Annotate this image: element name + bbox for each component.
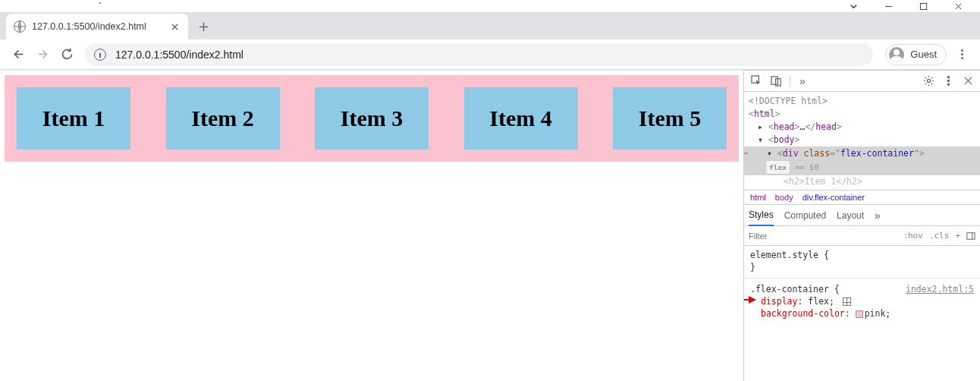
flex-badge[interactable]: flex <box>765 160 790 175</box>
svg-marker-22 <box>749 296 756 304</box>
svg-rect-1 <box>920 3 926 9</box>
tab-close-button[interactable] <box>168 20 181 33</box>
flex-item: Item 4 <box>464 87 578 150</box>
crumb[interactable]: html <box>750 193 766 202</box>
tab-layout[interactable]: Layout <box>837 210 864 221</box>
crumb[interactable]: body <box>775 193 793 202</box>
styles-pane[interactable]: element.style { } index2.html:5 .flex-co… <box>744 246 980 323</box>
dom-body[interactable]: ▾ <body> <box>749 134 980 146</box>
dom-tree[interactable]: <!DOCTYPE html> <html> ▸ <head>…</head> … <box>744 92 980 190</box>
dom-head[interactable]: ▸ <head>…</head> <box>749 121 980 134</box>
kebab-dot <box>961 49 963 52</box>
arrow-right-icon <box>36 48 49 61</box>
rule-source-link[interactable]: index2.html:5 <box>906 283 974 295</box>
site-info-icon[interactable] <box>94 49 106 61</box>
prop-background[interactable]: background-color: pink; <box>750 307 974 320</box>
flex-item: Item 1 <box>17 87 130 150</box>
browser-toolbar: 127.0.0.1:5500/index2.html Guest <box>0 39 980 70</box>
svg-point-15 <box>947 80 949 81</box>
svg-point-14 <box>947 77 949 78</box>
reload-icon <box>61 48 74 61</box>
window-titlebar <box>0 0 980 12</box>
dom-doctype[interactable]: <!DOCTYPE html> <box>749 95 980 108</box>
window-close-button[interactable] <box>941 0 975 12</box>
svg-rect-11 <box>771 77 777 84</box>
devtools-more-tabs[interactable]: » <box>795 75 810 87</box>
sidebar-toggle-icon[interactable] <box>966 231 975 241</box>
styles-subtabs: Styles Computed Layout » <box>744 205 980 226</box>
forward-button[interactable] <box>30 43 55 67</box>
flex-item: Item 2 <box>166 87 280 150</box>
minimize-icon <box>884 2 893 11</box>
workspace: Item 1 Item 2 Item 3 Item 4 Item 5 » <box>0 70 980 381</box>
window-maximize-button[interactable] <box>906 0 941 12</box>
dom-selected-node[interactable]: ⋯ ▾ <div class="flex-container"> flex== … <box>744 146 980 175</box>
window-dropdown-button[interactable] <box>836 0 871 12</box>
close-icon <box>963 75 974 87</box>
browser-tab[interactable]: 127.0.0.1:5500/index2.html <box>6 14 188 39</box>
tab-computed[interactable]: Computed <box>784 210 826 221</box>
devtools-close-button[interactable] <box>959 72 977 90</box>
svg-rect-19 <box>967 232 975 239</box>
tab-styles[interactable]: Styles <box>749 205 774 226</box>
element-style-block[interactable]: element.style { } <box>750 249 974 273</box>
kebab-dot <box>961 57 963 59</box>
back-button[interactable] <box>6 43 30 67</box>
cls-toggle[interactable]: .cls <box>929 231 950 241</box>
devtools-settings-button[interactable] <box>919 72 938 90</box>
kebab-dot <box>961 53 963 55</box>
maximize-icon <box>919 2 928 11</box>
flex-container: Item 1 Item 2 Item 3 Item 4 Item 5 <box>5 75 739 162</box>
rule-divider <box>744 278 980 279</box>
inspect-element-button[interactable] <box>747 72 765 90</box>
kebab-icon <box>943 75 954 87</box>
flex-editor-icon[interactable] <box>843 298 851 306</box>
window-minimize-button[interactable] <box>871 0 906 12</box>
hov-toggle[interactable]: :hov <box>903 231 923 241</box>
chevron-down-icon <box>850 2 858 11</box>
url-text: 127.0.0.1:5500/index2.html <box>115 49 864 61</box>
arrow-left-icon <box>12 48 25 61</box>
plus-icon <box>199 22 209 32</box>
styles-filter-bar: :hov .cls + <box>744 226 980 246</box>
red-arrow-annotation <box>744 295 756 304</box>
color-swatch[interactable] <box>856 310 863 318</box>
new-rule-button[interactable]: + <box>955 231 960 241</box>
address-bar[interactable]: 127.0.0.1:5500/index2.html <box>85 43 873 66</box>
flex-item: Item 3 <box>315 87 429 150</box>
close-icon <box>171 24 178 30</box>
new-tab-button[interactable] <box>193 16 214 37</box>
divider <box>790 75 790 87</box>
tab-title: 127.0.0.1:5500/index2.html <box>32 21 162 32</box>
dom-html-open[interactable]: <html> <box>749 108 980 121</box>
device-toggle-button[interactable] <box>767 72 785 90</box>
flex-container-rule[interactable]: index2.html:5 .flex-container { display:… <box>750 283 974 320</box>
dom-breadcrumbs[interactable]: html body div.flex-container <box>744 190 980 205</box>
browser-menu-button[interactable] <box>950 43 974 67</box>
page-viewport: Item 1 Item 2 Item 3 Item 4 Item 5 <box>0 70 743 381</box>
dom-child-preview[interactable]: <h2>Item 1</h2> <box>749 175 980 188</box>
devtools-menu-button[interactable] <box>939 72 957 90</box>
dollar-zero: == $0 <box>795 162 819 172</box>
subtabs-more[interactable]: » <box>875 209 881 222</box>
gear-icon <box>923 75 934 87</box>
svg-point-16 <box>947 83 949 85</box>
avatar-icon <box>889 47 904 62</box>
profile-chip[interactable]: Guest <box>885 44 947 65</box>
prop-display[interactable]: display: flex; <box>750 295 974 307</box>
device-icon <box>771 75 782 87</box>
tab-strip: 127.0.0.1:5500/index2.html <box>0 12 980 39</box>
inspect-icon <box>751 75 762 87</box>
reload-button[interactable] <box>55 43 79 67</box>
flex-item: Item 5 <box>613 87 727 150</box>
svg-point-13 <box>927 79 930 82</box>
globe-icon <box>14 20 26 33</box>
devtools-panel: » <!DOCTYPE html> <html> ▸ <head>…</head… <box>743 70 980 381</box>
close-icon <box>954 2 963 11</box>
styles-filter-input[interactable] <box>749 231 897 241</box>
profile-label: Guest <box>910 49 937 60</box>
devtools-tabbar: » <box>744 71 980 92</box>
crumb-active[interactable]: div.flex-container <box>803 193 865 202</box>
